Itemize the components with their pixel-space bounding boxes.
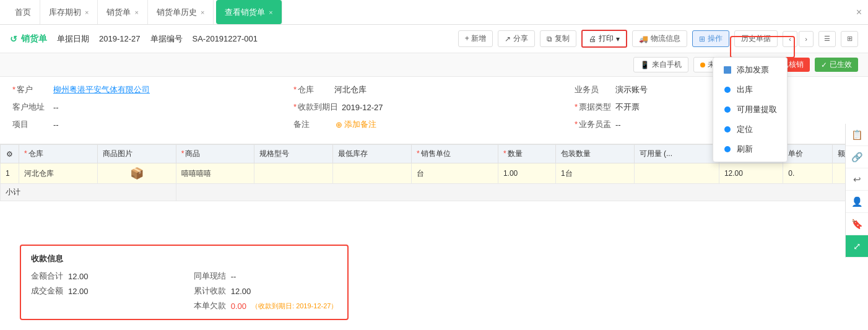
logistics-icon: 🚚: [639, 35, 648, 43]
customer-label: 客户: [12, 84, 50, 95]
transaction-value: 12.00: [68, 287, 89, 296]
tab-inventory[interactable]: 库存期初 ×: [40, 0, 98, 24]
payment-section: 收款信息 金额合计 12.00 同单现结 -- 成交金额 12.00 累计收款 …: [20, 245, 349, 320]
tab-sales-history-close[interactable]: ×: [201, 9, 204, 16]
right-icon-user[interactable]: 👤: [846, 191, 868, 213]
add-remark-button[interactable]: ⊕ 添加备注: [336, 119, 376, 130]
grid-view-button[interactable]: ⊞: [841, 31, 858, 47]
history-button-label: 历史单据: [741, 33, 771, 44]
col-available: 可用量 (...: [634, 145, 719, 163]
address-label: 客户地址: [12, 102, 50, 113]
tab-inventory-close[interactable]: ×: [85, 9, 89, 16]
right-icon-clipboard[interactable]: 📋: [846, 124, 868, 146]
total-amount-label: 金额合计: [31, 271, 63, 282]
not-open-dot: [700, 63, 705, 67]
row-spec: [254, 163, 333, 184]
right-icon-return[interactable]: ↩: [846, 168, 868, 191]
print-button-label: 打印: [599, 33, 614, 44]
payment-title: 收款信息: [31, 253, 337, 264]
doc-header: ↺ 销货单 单据日期 2019-12-27 单据编号 SA-20191227-0…: [0, 25, 868, 53]
project-value: --: [53, 120, 59, 129]
print-dropdown-arrow: ▾: [616, 35, 620, 43]
warehouse-label: 仓库: [293, 84, 331, 95]
add-remark-label: 添加备注: [344, 119, 376, 130]
total-amount-value: 12.00: [68, 272, 89, 281]
operate-button-label: 操作: [708, 33, 723, 44]
row-stock: 12.00: [719, 163, 783, 184]
logistics-button[interactable]: 🚚 物流信息: [632, 30, 687, 47]
tab-sales-label: 销货单: [106, 7, 131, 18]
print-button[interactable]: 🖨 打印 ▾: [581, 30, 627, 48]
effect-button[interactable]: ✓ 已生效: [815, 58, 858, 72]
payment-area: 收款信息 金额合计 12.00 同单现结 -- 成交金额 12.00 累计收款 …: [0, 235, 868, 330]
col-min-stock: 最低库存: [333, 145, 412, 163]
next-button[interactable]: ›: [799, 31, 814, 47]
tab-home[interactable]: 首页: [6, 0, 40, 24]
warehouse-value: 河北仓库: [334, 84, 367, 95]
subtotal-label: 小计: [1, 184, 176, 201]
from-phone-label: 来自手机: [652, 59, 682, 70]
row-min-stock: [333, 163, 412, 184]
salesperson-value: --: [615, 120, 621, 129]
dropdown-refresh[interactable]: 刷新: [713, 139, 787, 159]
dropdown-locate[interactable]: 定位: [713, 119, 787, 139]
payment-grid: 金额合计 12.00 同单现结 -- 成交金额 12.00 累计收款 12.00…: [31, 271, 337, 311]
tab-view-sales-close[interactable]: ×: [269, 9, 272, 16]
remark-field: 备注 ⊕ 添加备注: [293, 119, 575, 130]
from-phone-button[interactable]: 📱 来自手机: [633, 57, 688, 72]
customer-value[interactable]: 柳州粤港平安气体有限公司: [53, 84, 150, 95]
tab-sales[interactable]: 销货单 ×: [98, 0, 147, 24]
due-date-label: 收款到期日: [293, 102, 338, 113]
nav-arrows: ‹ ›: [783, 31, 814, 47]
tab-home-label: 首页: [15, 7, 31, 18]
row-quantity: 1.00: [498, 163, 555, 184]
share-button-label: 分享: [513, 33, 528, 44]
phone-icon: 📱: [640, 61, 649, 69]
due-date-value: 2019-12-27: [342, 103, 383, 112]
cumulative-item: 累计收款 12.00: [194, 285, 338, 297]
right-icon-bookmark[interactable]: 🔖: [846, 213, 868, 235]
operate-button[interactable]: ⊞ 操作: [692, 30, 729, 47]
refresh-icon: [723, 145, 732, 154]
list-view-button[interactable]: ☰: [818, 31, 836, 47]
right-icon-link[interactable]: 🔗: [846, 146, 868, 168]
row-image: 📦: [97, 163, 176, 184]
row-price: 0.: [783, 163, 833, 184]
ticket-type-value: 不开票: [615, 102, 640, 113]
col-package-qty: 包装数量: [555, 145, 634, 163]
owed-note: （收款到期日: 2019-12-27）: [251, 302, 337, 311]
right-sidebar: 📋 🔗 ↩ 👤 🔖 ⤢: [845, 124, 868, 258]
tab-view-sales[interactable]: 查看销货单 ×: [216, 0, 282, 24]
tab-sales-history-label: 销货单历史: [157, 7, 197, 18]
locate-icon: [723, 125, 732, 134]
tab-inventory-label: 库存期初: [49, 7, 81, 18]
dropdown-available-qty[interactable]: 可用量提取: [713, 100, 787, 119]
col-unit: 销售单位: [412, 145, 498, 163]
global-close-button[interactable]: ×: [856, 7, 862, 18]
warehouse-field: 仓库 河北仓库: [293, 84, 575, 95]
subtotal-row: 小计: [1, 184, 868, 201]
prev-button[interactable]: ‹: [783, 31, 797, 47]
share-button[interactable]: ↗ 分享: [498, 30, 535, 47]
col-spec: 规格型号: [254, 145, 333, 163]
customer-field: 客户 柳州粤港平安气体有限公司: [12, 84, 293, 95]
tab-sales-history[interactable]: 销货单历史 ×: [148, 0, 214, 24]
col-settings[interactable]: ⚙: [1, 145, 19, 163]
ticket-type-label: 票据类型: [575, 102, 612, 113]
share-icon: ↗: [505, 35, 511, 43]
doc-meta: 单据日期 2019-12-27 单据编号 SA-20191227-001: [57, 33, 258, 45]
row-warehouse: 河北仓库: [19, 163, 98, 184]
history-button[interactable]: 历史单据: [734, 30, 778, 47]
owed-value: 0.00: [231, 302, 246, 311]
right-icon-expand[interactable]: ⤢: [846, 235, 868, 258]
tab-sales-close[interactable]: ×: [134, 9, 138, 16]
same-order-label: 同单现结: [194, 271, 226, 282]
copy-button[interactable]: ⧉ 复制: [540, 30, 576, 47]
col-product: 商品: [176, 145, 254, 163]
effect-label: 已生效: [830, 59, 852, 70]
row-unit: 台: [412, 163, 498, 184]
dropdown-add-invoice[interactable]: 添加发票: [713, 60, 787, 80]
operate-dropdown: 添加发票 出库 可用量提取 定位 刷新: [713, 57, 788, 162]
new-button[interactable]: + 新增: [458, 30, 493, 47]
dropdown-out-warehouse[interactable]: 出库: [713, 80, 787, 100]
